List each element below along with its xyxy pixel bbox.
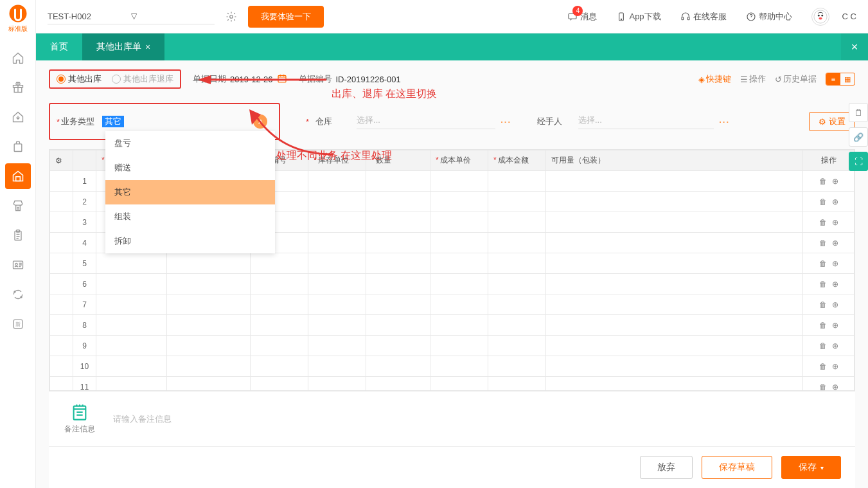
toolbar-history[interactable]: ↺ 历史单据: [775, 73, 817, 85]
remark-icon: 备注信息: [64, 403, 95, 435]
mode-return[interactable]: 其他出库退库: [112, 73, 173, 85]
delete-row-icon[interactable]: 🗑: [819, 239, 827, 248]
discard-button[interactable]: 放弃: [640, 456, 693, 479]
save-draft-button[interactable]: 保存草稿: [702, 456, 772, 479]
mode-outbound[interactable]: 其他出库: [57, 73, 102, 85]
chevron-down-icon: ▾: [820, 464, 824, 471]
calendar-icon[interactable]: [277, 73, 287, 86]
add-row-icon[interactable]: ⊕: [832, 300, 838, 309]
delete-row-icon[interactable]: 🗑: [819, 177, 827, 186]
add-row-icon[interactable]: ⊕: [832, 341, 838, 350]
table-row[interactable]: 8🗑⊕: [50, 315, 855, 336]
add-row-icon[interactable]: ⊕: [832, 218, 838, 227]
org-select[interactable]: TEST-H002 ▽: [48, 9, 215, 24]
svg-point-9: [14, 291, 15, 293]
svg-rect-24: [278, 75, 286, 82]
biz-opt-1[interactable]: 赠送: [105, 156, 275, 180]
topbar-support[interactable]: 在线客服: [680, 11, 727, 23]
nav-bag-icon[interactable]: [5, 134, 31, 159]
biz-opt-3[interactable]: 组装: [105, 204, 275, 229]
svg-point-23: [819, 17, 822, 19]
table-row[interactable]: 7🗑⊕: [50, 294, 855, 315]
nav-new-icon[interactable]: 新: [5, 311, 31, 337]
delete-row-icon[interactable]: 🗑: [819, 300, 827, 309]
add-row-icon[interactable]: ⊕: [832, 280, 838, 289]
nav-refresh-icon[interactable]: [5, 282, 31, 307]
list-view-icon[interactable]: ≡: [826, 73, 840, 85]
experience-button[interactable]: 我要体验一下: [248, 6, 324, 28]
topbar-help[interactable]: 帮助中心: [746, 11, 792, 23]
close-icon[interactable]: ×: [145, 42, 150, 52]
add-row-icon[interactable]: ⊕: [832, 321, 838, 330]
delete-row-icon[interactable]: 🗑: [819, 362, 827, 371]
biz-opt-4[interactable]: 拆卸: [105, 229, 275, 253]
tab-home[interactable]: 首页: [36, 33, 82, 60]
add-row-icon[interactable]: ⊕: [832, 383, 838, 392]
link-icon[interactable]: 🔗: [849, 127, 868, 147]
add-row-icon[interactable]: ⊕: [832, 239, 838, 248]
toolbar-operate[interactable]: ☰ 操作: [740, 73, 766, 85]
biz-opt-0[interactable]: 盘亏: [105, 131, 275, 156]
nav-home-icon[interactable]: [5, 45, 31, 71]
radio-on-icon: [57, 75, 66, 84]
nav-id-icon[interactable]: [5, 252, 31, 278]
nav-clipboard-icon[interactable]: [5, 222, 31, 248]
add-row-icon[interactable]: ⊕: [832, 259, 838, 268]
nav-money-icon[interactable]: [5, 193, 31, 219]
expand-icon[interactable]: ⛶: [849, 152, 868, 171]
note-icon[interactable]: 🗒: [849, 103, 868, 122]
handler-field[interactable]: 经手人 选择... ···: [537, 114, 730, 129]
main-area: TEST-H002 ▽ 我要体验一下 4 消息 App下载 在线客服: [36, 0, 868, 488]
delete-row-icon[interactable]: 🗑: [819, 259, 827, 268]
nav-gift-icon[interactable]: [5, 75, 31, 100]
doc-number: 单据编号 ID-20191226-001: [299, 73, 401, 85]
delete-row-icon[interactable]: 🗑: [819, 218, 827, 227]
table-row[interactable]: 9🗑⊕: [50, 336, 855, 356]
chevron-up-icon[interactable]: ʌ: [253, 114, 267, 129]
delete-row-icon[interactable]: 🗑: [819, 321, 827, 330]
msg-badge: 4: [572, 6, 583, 16]
user-avatar[interactable]: [811, 8, 829, 26]
tab-other-outbound[interactable]: 其他出库单 ×: [82, 33, 164, 60]
col-config-icon[interactable]: ⚙: [50, 150, 73, 171]
more-icon[interactable]: ···: [719, 117, 730, 127]
delete-row-icon[interactable]: 🗑: [819, 280, 827, 289]
view-toggle[interactable]: ≡ ▦: [826, 73, 855, 86]
footer-actions: 放弃 保存草稿 保存▾: [49, 446, 855, 488]
table-row[interactable]: 11🗑⊕: [50, 377, 855, 392]
business-type-field[interactable]: * 业务类型 其它 ʌ 盘亏 赠送 其它 组装 拆卸: [49, 103, 280, 140]
toolbar-shortcut[interactable]: ◈ 快捷键: [698, 73, 731, 85]
topbar-app-download[interactable]: App下载: [616, 11, 660, 23]
biz-type-value: 其它: [102, 116, 124, 127]
table-row[interactable]: 5🗑⊕: [50, 253, 855, 274]
table-row[interactable]: 10🗑⊕: [50, 356, 855, 377]
topbar-messages[interactable]: 4 消息: [567, 11, 597, 23]
grid-view-icon[interactable]: ▦: [840, 73, 855, 85]
svg-point-16: [621, 19, 622, 19]
svg-rect-17: [682, 17, 684, 19]
more-icon[interactable]: ···: [500, 117, 511, 127]
add-row-icon[interactable]: ⊕: [832, 362, 838, 371]
nav-in-icon[interactable]: [5, 104, 31, 130]
doc-header-row: 其他出库 其他出库退库 单据日期 2019-12-26 单据编号: [49, 69, 855, 89]
close-all-tabs-icon[interactable]: ×: [841, 33, 868, 60]
biz-opt-2[interactable]: 其它: [105, 180, 275, 204]
table-row[interactable]: 6🗑⊕: [50, 274, 855, 294]
warehouse-field[interactable]: * 仓库 选择... ···: [306, 114, 511, 129]
gear-icon: ⚙: [819, 117, 826, 127]
add-row-icon[interactable]: ⊕: [832, 197, 838, 206]
svg-text:新: 新: [15, 321, 21, 327]
remark-input[interactable]: 请输入备注信息: [113, 413, 840, 425]
org-name: TEST-H002: [48, 12, 131, 21]
app-logo: [8, 4, 28, 23]
delete-row-icon[interactable]: 🗑: [819, 341, 827, 350]
org-settings-icon[interactable]: [222, 8, 240, 26]
delete-row-icon[interactable]: 🗑: [819, 383, 827, 392]
nav-warehouse-icon[interactable]: [5, 163, 31, 189]
top-bar: TEST-H002 ▽ 我要体验一下 4 消息 App下载 在线客服: [36, 0, 868, 33]
annotation-2: 处理不同业务 在这里处理: [276, 149, 392, 163]
save-button[interactable]: 保存▾: [781, 456, 841, 479]
add-row-icon[interactable]: ⊕: [832, 177, 838, 186]
delete-row-icon[interactable]: 🗑: [819, 197, 827, 206]
remark-section: 备注信息 请输入备注信息: [49, 391, 855, 446]
